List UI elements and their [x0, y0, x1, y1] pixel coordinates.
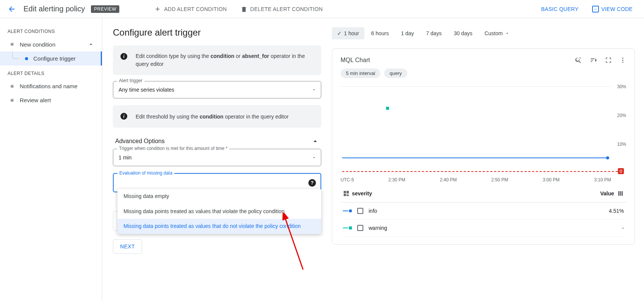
x-tick: 2:30 PM — [388, 177, 405, 182]
legend-row-info[interactable]: info 4.51% — [341, 203, 626, 220]
sidebar-heading-details: ALERT DETAILS — [0, 68, 102, 79]
missing-data-dropdown: Missing data empty Missing data points t… — [117, 189, 321, 234]
evaluation-missing-data-select[interactable]: Evaluation of missing data ? Missing dat… — [113, 173, 321, 192]
y-tick: 30% — [617, 84, 626, 89]
time-tab-7d[interactable]: 7 days — [421, 27, 447, 39]
info-banner-threshold: i Edit threshold by using the condition … — [113, 105, 321, 128]
info-banner-condition-type: i Edit condition type by using the condi… — [113, 45, 321, 75]
help-icon[interactable]: ? — [308, 179, 316, 187]
check-icon: ✓ — [337, 30, 342, 36]
series-swatch-icon — [343, 209, 352, 212]
field-label: Evaluation of missing data — [117, 170, 174, 176]
code-icon: ↔ — [592, 6, 599, 12]
field-value — [119, 179, 120, 185]
view-code-button[interactable]: ↔ VIEW CODE — [588, 3, 636, 16]
sidebar-heading-conditions: ALERT CONDITIONS — [0, 26, 102, 37]
back-arrow-icon[interactable] — [8, 5, 16, 13]
sidebar-item-label: Review alert — [20, 97, 51, 103]
x-tick: 3:10 PM — [594, 177, 611, 182]
page-title: Edit alerting policy — [23, 5, 85, 13]
step-dot-icon — [11, 85, 14, 88]
field-label: Alert trigger — [117, 78, 144, 83]
chart-plot-area[interactable]: 30% 20% 10% 0 UTC-5 2:30 PM 2:40 PM 2:50… — [341, 83, 626, 182]
fullscreen-icon[interactable] — [605, 56, 612, 64]
info-icon: i — [120, 53, 127, 60]
info-text: Edit condition type by using the conditi… — [136, 52, 314, 68]
legend-series-value: - — [622, 225, 624, 231]
legend-column-value[interactable]: Value — [600, 190, 614, 197]
chart-title: MQL Chart — [341, 57, 370, 64]
series-endpoint-icon — [606, 156, 609, 159]
columns-icon[interactable] — [617, 190, 624, 197]
time-tab-30d[interactable]: 30 days — [449, 27, 478, 39]
info-text: Edit threshold by using the condition op… — [136, 113, 289, 121]
legend-checkbox[interactable] — [357, 208, 363, 214]
legend-row-warning[interactable]: warning - — [341, 220, 626, 237]
x-tick: 2:40 PM — [440, 177, 457, 182]
time-tab-custom[interactable]: Custom — [479, 27, 515, 39]
y-tick: 10% — [617, 142, 626, 147]
chip-interval[interactable]: 5 min interval — [341, 69, 380, 78]
add-alert-condition-button[interactable]: ADD ALERT CONDITION — [150, 3, 230, 16]
trigger-duration-select[interactable]: Trigger when condition is met for this a… — [113, 149, 321, 166]
reset-zoom-icon[interactable] — [575, 56, 582, 64]
legend-toggle-icon[interactable] — [590, 56, 597, 64]
legend-series-name: warning — [369, 225, 387, 231]
legend-series-name: info — [369, 208, 377, 214]
plus-icon — [154, 6, 161, 12]
step-dot-icon — [25, 57, 28, 60]
field-label: Trigger when condition is met for this a… — [117, 146, 229, 151]
legend-checkbox[interactable] — [357, 225, 363, 231]
time-tab-6h[interactable]: 6 hours — [366, 27, 394, 39]
missing-data-option-violate[interactable]: Missing data points treated as values th… — [117, 204, 321, 219]
chip-query[interactable]: query — [384, 69, 407, 78]
time-tab-1h[interactable]: ✓ 1 hour — [332, 27, 364, 39]
missing-data-option-not-violate[interactable]: Missing data points treated as values th… — [117, 219, 321, 234]
x-tick: UTC-5 — [341, 177, 354, 182]
add-alert-condition-label: ADD ALERT CONDITION — [164, 6, 227, 12]
legend-column-severity[interactable]: severity — [352, 190, 372, 197]
x-tick: 2:50 PM — [491, 177, 508, 182]
sidebar-item-new-condition[interactable]: New condition — [0, 37, 102, 51]
time-tab-label: 1 hour — [344, 30, 359, 36]
delete-alert-condition-button[interactable]: DELETE ALERT CONDITION — [237, 3, 327, 16]
trash-icon — [241, 6, 247, 12]
more-icon[interactable] — [619, 56, 626, 64]
field-value: 1 min — [119, 154, 131, 161]
sidebar-item-label: Notifications and name — [20, 83, 78, 89]
threshold-badge: 0 — [618, 168, 624, 174]
threshold-line: 0 — [342, 171, 622, 172]
chevron-up-icon — [88, 41, 94, 48]
breakdown-icon[interactable] — [343, 190, 350, 197]
caret-down-icon — [312, 87, 316, 92]
field-value: Any time series violates — [119, 87, 174, 93]
section-title: Configure alert trigger — [113, 27, 321, 38]
delete-alert-condition-label: DELETE ALERT CONDITION — [250, 6, 323, 12]
info-icon: i — [120, 113, 127, 120]
step-dot-icon — [11, 99, 14, 102]
advanced-options-label: Advanced Options — [115, 138, 165, 145]
next-button[interactable]: NEXT — [113, 239, 142, 254]
series-swatch-icon — [343, 226, 352, 229]
view-code-label: VIEW CODE — [601, 6, 633, 12]
sidebar-item-review-alert[interactable]: Review alert — [0, 93, 102, 107]
time-tab-1d[interactable]: 1 day — [395, 27, 419, 39]
time-range-tabs: ✓ 1 hour 6 hours 1 day 7 days 30 days Cu… — [332, 27, 635, 39]
missing-data-option-empty[interactable]: Missing data empty — [117, 189, 321, 204]
sidebar-item-notifications[interactable]: Notifications and name — [0, 79, 102, 93]
chevron-up-icon — [311, 137, 319, 145]
alert-trigger-select[interactable]: Alert trigger Any time series violates — [113, 81, 321, 98]
series-point-warning — [386, 107, 389, 110]
preview-chip: PREVIEW — [91, 5, 119, 13]
step-dot-icon — [11, 43, 14, 46]
sidebar-item-label: Configure trigger — [33, 55, 76, 62]
sidebar-item-label: New condition — [20, 41, 55, 48]
y-tick: 20% — [617, 113, 626, 118]
legend-series-value: 4.51% — [609, 208, 624, 214]
basic-query-button[interactable]: BASIC QUERY — [537, 3, 582, 15]
caret-down-icon — [505, 31, 510, 36]
caret-down-icon — [312, 155, 316, 160]
x-tick: 3:00 PM — [543, 177, 560, 182]
series-line-info — [342, 158, 607, 158]
time-tab-label: Custom — [485, 30, 503, 36]
